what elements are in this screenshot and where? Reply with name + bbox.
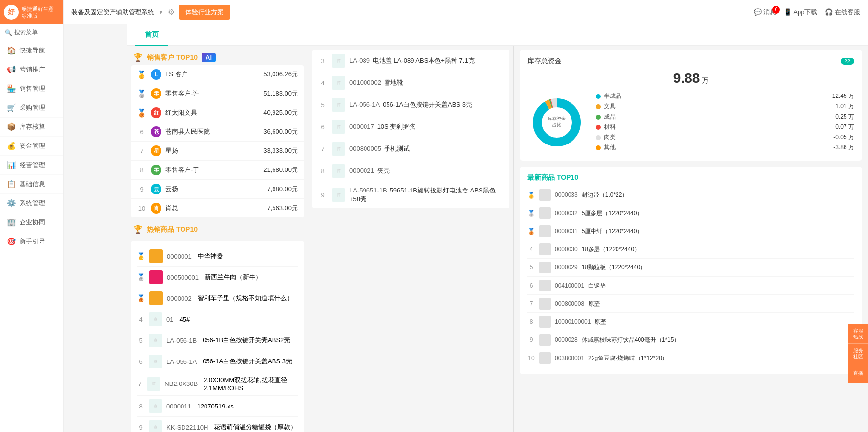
sidebar-item-inventory[interactable]: 📦 库存核算 xyxy=(0,118,63,137)
customer-value: 33,333.00元 xyxy=(263,146,298,155)
product-img-placeholder: 商 xyxy=(149,399,162,413)
inventory-value: 9.88 xyxy=(673,71,700,86)
sales-rank-header: 🏆 销售客户 TOP10 Ai xyxy=(131,50,304,65)
inventory-title: 库存总资金 xyxy=(527,57,562,66)
dropdown-icon[interactable]: ▼ xyxy=(158,9,164,16)
np-code: 0000032 xyxy=(555,210,578,216)
finance-icon: 💰 xyxy=(7,142,16,150)
new-products-title: 最新商品 TOP10 xyxy=(527,173,854,182)
content-area: 🏆 销售客户 TOP10 Ai 🥇 L LS 客户 53,006.26元 🥈 零… xyxy=(127,46,868,432)
sidebar: 好 畅捷通好生意 标准版 🔍 搜索菜单 🏠 快捷导航 📢 营销推广 🏪 销售管理… xyxy=(0,0,64,432)
legend-value: -0.05 万 xyxy=(833,133,854,142)
product-rank2-item: 4 商 001000002雪地靴 xyxy=(312,72,509,94)
legend: 半成品 12.45 万 文具 1.01 万 成品 0.25 万 材料 0.07 … xyxy=(596,92,854,154)
hp-name: 056-1B白色按键开关壳ABS2壳 xyxy=(203,336,290,345)
sales-rank-list: 🥇 L LS 客户 53,006.26元 🥈 零 零售客户-许 51,183.0… xyxy=(131,65,304,218)
rank-num: 3 xyxy=(318,57,328,65)
settings-icon[interactable]: ⚙ xyxy=(168,7,175,17)
new-product-item: 4 0000030 18多层（1220*2440） xyxy=(527,240,854,259)
product-img-placeholder: 商 xyxy=(149,334,162,347)
customer-name: LS 客户 xyxy=(165,70,259,79)
np-name: 原垄 xyxy=(594,318,854,326)
svg-text:库存资金: 库存资金 xyxy=(548,116,566,121)
messages-badge[interactable]: 💬 消息 6 xyxy=(754,8,777,17)
legend-dot xyxy=(596,145,601,150)
tab-home[interactable]: 首页 xyxy=(135,24,168,46)
product-img2: 商 xyxy=(332,54,345,68)
sidebar-item-marketing[interactable]: 📢 营销推广 xyxy=(0,60,63,79)
new-product-item: 10 003800001 22g鱼豆腐-烧烤味（1*12*20） xyxy=(527,349,854,367)
hp-code: KK-SD22110H xyxy=(166,424,208,431)
float-btn-service[interactable]: 客服 热线 xyxy=(848,324,868,344)
new-product-item: 8 10000100001 原垄 xyxy=(527,313,854,331)
inventory-badge: 22 xyxy=(841,58,854,65)
hp-code: 0000001 xyxy=(167,253,192,260)
product-name2: LA-59651-1B59651-1B旋转投影灯电池盒 ABS黑色+58壳 xyxy=(349,186,503,204)
sidebar-item-purchase[interactable]: 🛒 采购管理 xyxy=(0,98,63,118)
logo-text: 畅捷通好生意 标准版 xyxy=(22,5,54,20)
hp-code: 0000002 xyxy=(167,295,192,302)
new-product-item: 🥈 0000032 5厘多层（1220*2440） xyxy=(527,204,854,222)
sidebar-item-business[interactable]: 📊 经营管理 xyxy=(0,156,63,175)
online-service[interactable]: 🎧 在线客服 xyxy=(825,8,860,17)
legend-label: 文具 xyxy=(604,102,832,111)
trophy-icon: 🏆 xyxy=(133,53,143,62)
search-menu[interactable]: 🔍 搜索菜单 xyxy=(0,24,63,41)
legend-value: 12.45 万 xyxy=(832,92,854,100)
product-img-placeholder: 商 xyxy=(149,312,162,326)
float-btn-live[interactable]: 直播 xyxy=(848,363,868,383)
hot-products-header: 🏆 热销商品 TOP10 xyxy=(131,222,304,237)
home-icon: 🏠 xyxy=(7,46,16,55)
customer-value: 51,183.00元 xyxy=(263,89,298,98)
corp-icon: 🏢 xyxy=(7,218,16,227)
business-icon: 📊 xyxy=(7,161,16,169)
customer-avatar: 星 xyxy=(151,145,161,156)
customer-avatar: 云 xyxy=(151,184,161,194)
hp-code: NB2.0X30B xyxy=(164,380,198,387)
sales-rank-item: 8 零 零售客户-于 21,680.00元 xyxy=(131,161,304,180)
app-download[interactable]: 📱 App下载 xyxy=(784,8,817,17)
sidebar-item-sales[interactable]: 🏪 销售管理 xyxy=(0,79,63,98)
sidebar-item-home[interactable]: 🏠 快捷导航 xyxy=(0,41,63,60)
ai-badge[interactable]: Ai xyxy=(202,53,216,62)
customer-avatar: 苍 xyxy=(151,126,161,137)
product-name2: LA-089电池盖 LA-089 ABS本色+黑种 7.1克 xyxy=(349,56,503,65)
headset-icon: 🎧 xyxy=(825,8,833,16)
sales-rank-item: 6 苍 苍南县人民医院 36,600.00元 xyxy=(131,122,304,142)
hp-code: LA-056-1A xyxy=(166,358,197,365)
hp-name: 12070519-xs xyxy=(197,403,234,410)
products-rank-list2: 3 商 LA-089电池盖 LA-089 ABS本色+黑种 7.1克 4 商 0… xyxy=(312,50,509,208)
np-img xyxy=(539,298,551,310)
sidebar-item-guide[interactable]: 🎯 新手引导 xyxy=(0,232,63,251)
sidebar-item-corp[interactable]: 🏢 企业协同 xyxy=(0,213,63,232)
rank-num: 6 xyxy=(318,123,328,131)
logo-icon: 好 xyxy=(4,5,19,20)
customer-name: 星扬 xyxy=(165,146,259,155)
new-product-item: 🥉 0000031 5厘中纤（1220*2440） xyxy=(527,222,854,240)
sidebar-item-system[interactable]: ⚙️ 系统管理 xyxy=(0,194,63,213)
product-name2: LA-056-1A056-1A白色按键开关盖ABS 3壳 xyxy=(349,100,503,109)
hp-name: 新西兰牛肉（新牛） xyxy=(205,273,262,282)
legend-label: 半成品 xyxy=(604,92,829,100)
product-img2: 商 xyxy=(332,188,345,202)
np-img xyxy=(539,334,551,346)
trial-btn[interactable]: 体验行业方案 xyxy=(179,5,230,20)
product-img-placeholder: 商 xyxy=(149,355,162,368)
legend-item: 半成品 12.45 万 xyxy=(596,92,854,100)
customer-name: 零售客户-于 xyxy=(165,166,259,174)
np-img xyxy=(539,243,551,255)
hp-code: LA-056-1B xyxy=(166,337,197,344)
hot-product-item: 🥈 000500001 新西兰牛肉（新牛） xyxy=(137,267,298,288)
sidebar-item-finance[interactable]: 💰 资金管理 xyxy=(0,137,63,156)
float-btn-community[interactable]: 服务 社区 xyxy=(848,344,868,363)
rank-number: 10 xyxy=(137,205,147,212)
sales-rank-item: 🥇 L LS 客户 53,006.26元 xyxy=(131,65,304,84)
np-img xyxy=(539,316,551,328)
new-products-top-label: TOP10 xyxy=(557,173,578,181)
legend-value: 0.07 万 xyxy=(835,123,854,131)
tab-bar: 首页 xyxy=(127,24,868,46)
right-panel: 库存总资金 22 9.88 万 xyxy=(514,46,868,432)
customer-value: 40,925.00元 xyxy=(263,108,298,117)
sidebar-item-base[interactable]: 📋 基础信息 xyxy=(0,175,63,194)
np-code: 000800008 xyxy=(555,300,584,307)
